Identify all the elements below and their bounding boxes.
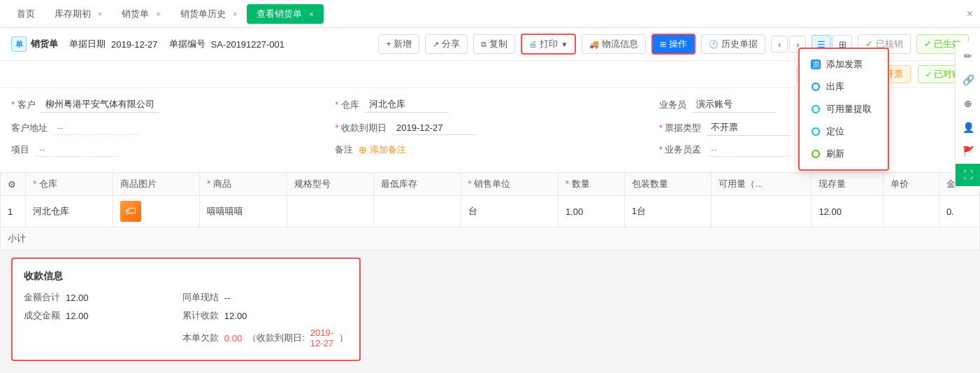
locate-icon bbox=[811, 127, 821, 136]
dropdown-available-pick[interactable]: 可用量提取 bbox=[800, 98, 888, 120]
row-model bbox=[287, 196, 374, 227]
plus-icon: ⊕ bbox=[359, 144, 367, 155]
row-warehouse: 河北仓库 bbox=[26, 196, 113, 227]
add-invoice-label: 添加发票 bbox=[826, 58, 863, 71]
operations-button[interactable]: ⊞ 操作 bbox=[651, 34, 696, 55]
payment-date-value: 2019-12-27 bbox=[392, 121, 476, 135]
tab-sales-order[interactable]: 销货单 × bbox=[112, 2, 170, 26]
row-sales-unit: 台 bbox=[461, 196, 558, 227]
side-mail-icon[interactable]: ⊕ bbox=[956, 92, 980, 115]
staff-label: 业务员 bbox=[659, 99, 686, 111]
row-product: 嘻嘻嘻嘻 bbox=[200, 196, 287, 227]
customer-label: * 客户 bbox=[11, 99, 36, 111]
staff-value: 演示账号 bbox=[692, 97, 776, 113]
tab-home[interactable]: 首页 bbox=[7, 2, 45, 26]
side-user-icon[interactable]: 👤 bbox=[956, 116, 980, 139]
col-product-img: 商品图片 bbox=[113, 173, 200, 196]
row-available bbox=[712, 196, 812, 227]
dropdown-refresh[interactable]: 刷新 bbox=[800, 143, 888, 165]
customer-addr-label: 客户地址 bbox=[11, 122, 48, 134]
invoice-icon: 票 bbox=[811, 59, 821, 69]
same-order-value: -- bbox=[224, 293, 231, 303]
salesperson-value: -- bbox=[707, 143, 791, 157]
cumulative-label: 累计收款 bbox=[182, 309, 219, 322]
print-button[interactable]: 🖨 打印 ▼ bbox=[521, 34, 576, 55]
row-quantity: 1.00 bbox=[558, 196, 624, 227]
tab-close-inventory[interactable]: × bbox=[98, 10, 102, 18]
copy-button[interactable]: ⧉ 复制 bbox=[473, 34, 515, 54]
outstanding-date: 2019-12-27 bbox=[310, 328, 333, 349]
cumulative-row: 累计收款 12.00 bbox=[182, 309, 348, 322]
total-value: 12.00 bbox=[66, 293, 89, 303]
project-label: 项目 bbox=[11, 143, 29, 156]
tab-sales-history[interactable]: 销货单历史 × bbox=[171, 2, 247, 26]
col-model: 规格型号 bbox=[287, 173, 374, 196]
payment-date-label: * 收款到期日 bbox=[335, 122, 387, 134]
total-label: 金额合计 bbox=[24, 291, 60, 304]
project-field: 项目 -- bbox=[11, 143, 321, 157]
note-label: 备注 bbox=[335, 143, 353, 156]
side-link-icon[interactable]: 🔗 bbox=[956, 69, 980, 91]
logistics-button[interactable]: 🚚 物流信息 bbox=[582, 34, 646, 54]
ticket-type-value: 不开票 bbox=[707, 120, 791, 136]
side-edit-icon[interactable]: ✏ bbox=[956, 45, 980, 67]
ship-out-label: 出库 bbox=[826, 80, 844, 93]
transaction-row: 成交金额 12.00 bbox=[24, 309, 168, 322]
share-button[interactable]: ↗ 分享 bbox=[425, 34, 468, 54]
col-sales-unit: * 销售单位 bbox=[461, 173, 558, 196]
doc-type-icon: 单 bbox=[11, 36, 27, 52]
col-available: 可用量（... bbox=[712, 173, 812, 196]
locate-label: 定位 bbox=[826, 125, 844, 138]
col-stock: 现存量 bbox=[812, 173, 883, 196]
outstanding-row: 本单欠款 0.00 （收款到期日: 2019-12-27 ） bbox=[182, 328, 348, 349]
dropdown-ship-out[interactable]: 出库 bbox=[800, 76, 888, 98]
row-no: 1 bbox=[1, 196, 26, 227]
ship-icon bbox=[811, 82, 821, 92]
tab-close-view[interactable]: × bbox=[309, 10, 313, 18]
transaction-label: 成交金额 bbox=[24, 309, 60, 322]
tab-view-sales[interactable]: 查看销货单 × bbox=[247, 4, 323, 24]
data-table: ⚙ * 仓库 商品图片 * 商品 规格型号 最低库存 * 销售单位 * 数量 包… bbox=[0, 172, 980, 251]
warehouse-field: * 仓库 河北仓库 bbox=[335, 97, 644, 113]
tab-bar: 首页 库存期初 × 销货单 × 销货单历史 × 查看销货单 × × bbox=[0, 0, 980, 28]
payment-section: 收款信息 金额合计 12.00 同单现结 -- 成交金额 12.00 累计收款 … bbox=[11, 258, 361, 361]
prev-button[interactable]: ‹ bbox=[771, 36, 788, 52]
tab-close-history[interactable]: × bbox=[233, 10, 237, 18]
tab-inventory-init[interactable]: 库存期初 × bbox=[45, 2, 112, 26]
side-expand-icon[interactable]: ⛶ bbox=[956, 164, 980, 186]
row-min-stock bbox=[374, 196, 461, 227]
side-panel: ✏ 🔗 ⊕ 👤 🚩 ⛶ bbox=[955, 42, 980, 189]
row-pack-qty: 1台 bbox=[624, 196, 712, 227]
table-header-row: ⚙ * 仓库 商品图片 * 商品 规格型号 最低库存 * 销售单位 * 数量 包… bbox=[1, 173, 980, 196]
row-unit-price bbox=[883, 196, 939, 227]
payment-date-field: * 收款到期日 2019-12-27 bbox=[335, 121, 644, 135]
add-note-button[interactable]: ⊕ 添加备注 bbox=[359, 143, 406, 156]
new-button[interactable]: + 新增 bbox=[378, 34, 419, 54]
row-product-img: 🏷 bbox=[113, 196, 200, 227]
customer-addr-value: -- bbox=[53, 121, 137, 135]
table-row: 1 河北仓库 🏷 嘻嘻嘻嘻 台 1.00 1台 12.00 0. bbox=[1, 196, 980, 227]
col-min-stock: 最低库存 bbox=[374, 173, 461, 196]
same-order-row: 同单现结 -- bbox=[182, 291, 348, 304]
payment-title: 收款信息 bbox=[24, 270, 348, 283]
col-settings[interactable]: ⚙ bbox=[1, 173, 26, 196]
same-order-label: 同单现结 bbox=[182, 291, 219, 304]
dropdown-locate[interactable]: 定位 bbox=[800, 120, 888, 143]
cumulative-value: 12.00 bbox=[224, 311, 247, 321]
product-image: 🏷 bbox=[120, 201, 141, 222]
dropdown-add-invoice[interactable]: 票 添加发票 bbox=[800, 53, 888, 76]
doc-type-title: 单 销货单 bbox=[11, 36, 58, 52]
table-scroll: ⚙ * 仓库 商品图片 * 商品 规格型号 最低库存 * 销售单位 * 数量 包… bbox=[0, 172, 980, 251]
customer-addr-field: 客户地址 -- bbox=[11, 121, 321, 135]
doc-date-meta: 单据日期 2019-12-27 bbox=[69, 38, 158, 50]
tab-close-sales[interactable]: × bbox=[156, 10, 160, 18]
outstanding-close: ） bbox=[339, 332, 348, 344]
customer-field: * 客户 柳州粤港平安气体有限公司 bbox=[11, 97, 321, 113]
row-amount: 0. bbox=[939, 196, 979, 227]
history-button[interactable]: 🕐 历史单据 bbox=[701, 34, 765, 54]
refresh-icon bbox=[811, 149, 821, 159]
row-stock: 12.00 bbox=[812, 196, 883, 227]
close-window-button[interactable]: × bbox=[967, 8, 973, 20]
note-field: 备注 ⊕ 添加备注 bbox=[335, 143, 644, 156]
side-flag-icon[interactable]: 🚩 bbox=[956, 140, 980, 162]
